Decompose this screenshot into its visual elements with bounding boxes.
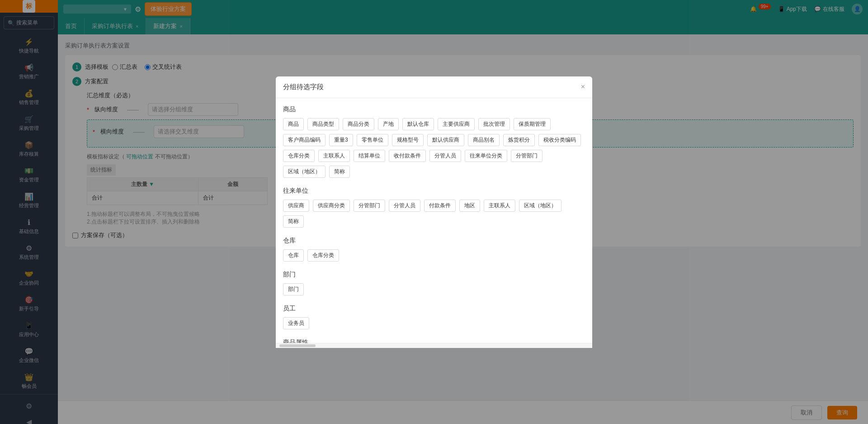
field-tag-0-18[interactable]: 结算单位 [354, 150, 385, 162]
field-tag-0-14[interactable]: 炼货积分 [503, 134, 535, 146]
field-group-title-0: 商品 [283, 105, 585, 114]
field-tag-3-0[interactable]: 部门 [283, 283, 304, 295]
field-tag-0-23[interactable]: 区域（地区） [283, 166, 326, 178]
field-tag-0-10[interactable]: 零售单位 [357, 134, 388, 146]
field-tag-0-21[interactable]: 往来单位分类 [465, 150, 507, 162]
field-tags-1: 供应商供应商分类分管部门分管人员付款条件地区主联系人区域（地区）简称 [283, 200, 585, 228]
field-group-title-5: 商品属性 [283, 338, 585, 343]
field-tag-0-9[interactable]: 重量3 [329, 134, 353, 146]
field-tag-1-0[interactable]: 供应商 [283, 200, 309, 212]
field-tag-1-7[interactable]: 区域（地区） [519, 200, 561, 212]
field-tags-3: 部门 [283, 283, 585, 295]
modal-hscroll[interactable] [276, 343, 592, 348]
field-tag-0-11[interactable]: 规格型号 [392, 134, 424, 146]
field-group-4: 员工业务员 [283, 305, 585, 329]
field-tag-0-15[interactable]: 税收分类编码 [538, 134, 581, 146]
field-tag-0-4[interactable]: 默认仓库 [402, 118, 434, 130]
field-tag-0-24[interactable]: 简称 [329, 166, 350, 178]
field-tag-1-6[interactable]: 主联系人 [484, 200, 515, 212]
modal-header: 分组待选字段 × [276, 76, 592, 98]
field-tag-2-0[interactable]: 仓库 [283, 249, 304, 262]
field-tag-1-8[interactable]: 简称 [283, 215, 304, 228]
field-tag-0-20[interactable]: 分管人员 [429, 150, 461, 162]
field-tags-2: 仓库仓库分类 [283, 249, 585, 262]
field-tag-4-0[interactable]: 业务员 [283, 317, 309, 329]
field-group-2: 仓库仓库仓库分类 [283, 237, 585, 262]
modal-close-button[interactable]: × [581, 83, 585, 91]
field-group-5: 商品属性属性颜色多规格尺码鞋码1 [283, 338, 585, 343]
field-tag-0-7[interactable]: 保质期管理 [514, 118, 551, 130]
field-group-3: 部门部门 [283, 271, 585, 295]
field-tag-1-2[interactable]: 分管部门 [354, 200, 385, 212]
field-tag-0-17[interactable]: 主联系人 [318, 150, 350, 162]
field-group-1: 往来单位供应商供应商分类分管部门分管人员付款条件地区主联系人区域（地区）简称 [283, 187, 585, 228]
field-group-title-1: 往来单位 [283, 187, 585, 195]
field-tag-0-2[interactable]: 商品分类 [343, 118, 374, 130]
modal-overlay: 分组待选字段 × 商品商品商品类型商品分类产地默认仓库主要供应商批次管理保质期管… [0, 0, 868, 424]
field-tag-0-13[interactable]: 商品别名 [468, 134, 500, 146]
field-tag-1-4[interactable]: 付款条件 [424, 200, 456, 212]
field-tag-1-1[interactable]: 供应商分类 [313, 200, 350, 212]
modal-title: 分组待选字段 [283, 83, 324, 91]
hscroll-thumb [279, 344, 316, 347]
modal-body: 商品商品商品类型商品分类产地默认仓库主要供应商批次管理保质期管理客户商品编码重量… [276, 98, 592, 343]
field-tag-2-1[interactable]: 仓库分类 [307, 249, 339, 262]
field-group-title-3: 部门 [283, 271, 585, 279]
field-tag-0-12[interactable]: 默认供应商 [427, 134, 464, 146]
field-tag-0-3[interactable]: 产地 [378, 118, 399, 130]
field-tag-0-22[interactable]: 分管部门 [511, 150, 542, 162]
field-tag-0-5[interactable]: 主要供应商 [438, 118, 475, 130]
field-tags-0: 商品商品类型商品分类产地默认仓库主要供应商批次管理保质期管理客户商品编码重量3零… [283, 118, 585, 178]
field-tag-1-5[interactable]: 地区 [459, 200, 480, 212]
field-group-title-2: 仓库 [283, 237, 585, 245]
field-tag-0-16[interactable]: 仓库分类 [283, 150, 315, 162]
field-tag-0-0[interactable]: 商品 [283, 118, 304, 130]
field-select-modal: 分组待选字段 × 商品商品商品类型商品分类产地默认仓库主要供应商批次管理保质期管… [276, 76, 592, 348]
field-tag-0-8[interactable]: 客户商品编码 [283, 134, 326, 146]
field-tag-0-6[interactable]: 批次管理 [478, 118, 510, 130]
field-tag-0-19[interactable]: 收付款条件 [389, 150, 426, 162]
field-tag-1-3[interactable]: 分管人员 [389, 200, 420, 212]
field-group-0: 商品商品商品类型商品分类产地默认仓库主要供应商批次管理保质期管理客户商品编码重量… [283, 105, 585, 178]
field-group-title-4: 员工 [283, 305, 585, 313]
field-tag-0-1[interactable]: 商品类型 [307, 118, 339, 130]
field-tags-4: 业务员 [283, 317, 585, 329]
